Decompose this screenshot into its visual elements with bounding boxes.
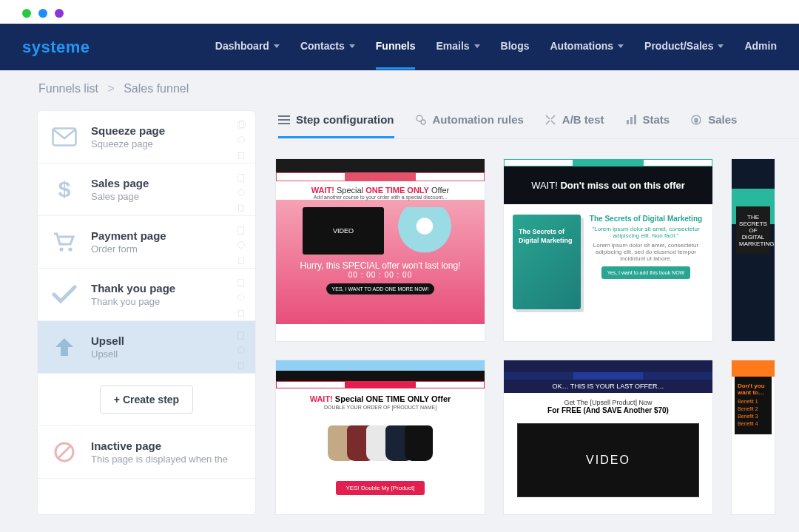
- step-sub: Thank you page: [91, 296, 175, 307]
- step-title: Sales page: [91, 177, 149, 189]
- dot-purple: [55, 9, 64, 18]
- check-icon: [52, 285, 77, 304]
- trash-icon[interactable]: [236, 360, 246, 370]
- step-squeeze[interactable]: Squeeze pageSqueeze page: [38, 111, 255, 164]
- template-card-6[interactable]: Don't you want to… Benefit 1 Benefit 2 B…: [731, 360, 775, 515]
- dollar-icon: $: [56, 177, 73, 202]
- tab-label: Step configuration: [296, 113, 394, 126]
- svg-point-18: [238, 347, 245, 354]
- tpl-text: Lorem ipsum dolor sit amet, consectetur …: [588, 242, 704, 262]
- nav-admin[interactable]: Admin: [744, 24, 777, 70]
- settings-icon[interactable]: [236, 135, 246, 145]
- settings-icon[interactable]: [236, 240, 246, 250]
- envelope-icon: [52, 127, 77, 147]
- svg-point-7: [238, 189, 245, 196]
- svg-rect-8: [239, 205, 244, 211]
- content: Step configuration Automation rules A/B …: [275, 110, 799, 515]
- breadcrumb-root[interactable]: Funnels list: [38, 82, 98, 95]
- copy-icon[interactable]: [236, 225, 246, 235]
- template-card-5[interactable]: OK… THIS IS YOUR LAST OFFER… Get The [Up…: [503, 360, 713, 515]
- copy-icon[interactable]: [236, 330, 246, 340]
- svg-rect-4: [239, 152, 244, 158]
- create-step-button[interactable]: + Create step: [100, 385, 193, 414]
- template-card-2[interactable]: WAIT! Don't miss out on this offer The S…: [503, 158, 713, 342]
- tpl-text: OK… THIS IS YOUR LAST OFFER…: [504, 380, 712, 393]
- step-payment[interactable]: Payment pageOrder form: [38, 216, 255, 269]
- arrow-up-icon: [53, 336, 75, 358]
- nav-automations[interactable]: Automations: [550, 24, 624, 70]
- svg-rect-19: [239, 363, 244, 368]
- nav-product-sales[interactable]: Product/Sales: [644, 24, 724, 70]
- dot-green: [22, 9, 31, 18]
- copy-icon[interactable]: [236, 277, 246, 288]
- brand-logo[interactable]: systeme: [22, 38, 90, 57]
- step-upsell[interactable]: UpsellUpsell: [38, 321, 255, 374]
- svg-text:$: $: [58, 177, 71, 201]
- tpl-text: Don't miss out on this offer: [560, 180, 684, 191]
- tab-automation[interactable]: Automation rules: [415, 110, 524, 138]
- trash-icon[interactable]: [236, 255, 246, 265]
- nav-contacts[interactable]: Contacts: [300, 24, 355, 70]
- book-mock: The Secrets of Digital Marketing: [513, 215, 581, 309]
- tab-stats[interactable]: Stats: [625, 110, 670, 138]
- tpl-text: Benefit 2: [738, 406, 769, 411]
- settings-icon[interactable]: [236, 187, 246, 198]
- trash-icon[interactable]: [236, 202, 246, 212]
- nav-label: Admin: [744, 40, 777, 52]
- dot-blue: [38, 9, 47, 18]
- split-icon: [545, 114, 556, 126]
- tpl-text: Special: [337, 186, 363, 195]
- tpl-text: Add another course to your order with a …: [276, 195, 485, 200]
- chevron-down-icon: [718, 44, 724, 48]
- tab-ab-test[interactable]: A/B test: [545, 110, 604, 138]
- tpl-text: Hurry, this SPECIAL offer won't last lon…: [283, 260, 477, 271]
- nav-blogs[interactable]: Blogs: [501, 24, 530, 70]
- copy-icon[interactable]: [236, 120, 246, 130]
- svg-rect-14: [238, 280, 244, 287]
- settings-icon[interactable]: [236, 292, 246, 303]
- settings-icon[interactable]: [236, 345, 246, 355]
- video-placeholder: VIDEO: [517, 423, 699, 497]
- tpl-timer: 00 : 00 : 00 : 00: [283, 271, 477, 279]
- tpl-text: ONE TIME ONLY: [365, 186, 429, 195]
- nav-emails[interactable]: Emails: [436, 24, 479, 70]
- trash-icon[interactable]: [236, 149, 246, 160]
- svg-rect-16: [239, 310, 244, 316]
- step-title: Inactive page: [91, 440, 228, 452]
- top-nav: systeme Dashboard Contacts Funnels Email…: [0, 24, 799, 70]
- step-thank-you[interactable]: Thank you pageThank you page: [38, 269, 255, 321]
- step-sales[interactable]: $ Sales pageSales page: [38, 164, 255, 216]
- tab-step-config[interactable]: Step configuration: [278, 110, 394, 138]
- funnel-steps: Squeeze pageSqueeze page $ Sales pageSal…: [37, 110, 256, 515]
- step-inactive[interactable]: Inactive pageThis page is displayed when…: [38, 426, 255, 479]
- tab-label: Stats: [643, 113, 670, 126]
- trash-icon[interactable]: [236, 307, 246, 317]
- template-card-3[interactable]: THE SECRETS OF DIGITAL MARKETING: [731, 158, 775, 342]
- svg-point-3: [238, 137, 245, 144]
- svg-text:$: $: [695, 117, 698, 124]
- coin-icon: $: [690, 114, 702, 126]
- svg-point-10: [68, 247, 72, 251]
- nav-label: Product/Sales: [644, 40, 713, 52]
- nav-label: Emails: [436, 40, 469, 52]
- nav-label: Contacts: [300, 40, 345, 52]
- tpl-text: Get The [Upsell Product] Now: [508, 399, 708, 406]
- tab-sales[interactable]: $ Sales: [690, 110, 737, 138]
- copy-icon[interactable]: [236, 172, 246, 183]
- tpl-text: Offer: [431, 186, 449, 195]
- cart-icon: [52, 231, 77, 253]
- nav-funnels[interactable]: Funnels: [376, 24, 416, 70]
- tpl-cta: Yes, I want to add this book NOW: [601, 266, 690, 279]
- svg-rect-26: [627, 120, 629, 124]
- svg-rect-22: [278, 119, 290, 121]
- svg-point-25: [421, 120, 425, 124]
- template-card-4[interactable]: WAIT! Special ONE TIME ONLY Offer DOUBLE…: [275, 360, 485, 515]
- svg-rect-23: [278, 123, 290, 124]
- breadcrumb: Funnels list > Sales funnel: [0, 70, 799, 110]
- nav-items: Dashboard Contacts Funnels Emails Blogs …: [215, 24, 777, 70]
- step-title: Squeeze page: [91, 124, 165, 137]
- tpl-text: WAIT!: [531, 180, 558, 191]
- nav-dashboard[interactable]: Dashboard: [215, 24, 280, 70]
- template-card-1[interactable]: WAIT! Special ONE TIME ONLY Offer Add an…: [275, 158, 485, 342]
- tpl-cta: YES! Double My [Product]: [336, 481, 425, 495]
